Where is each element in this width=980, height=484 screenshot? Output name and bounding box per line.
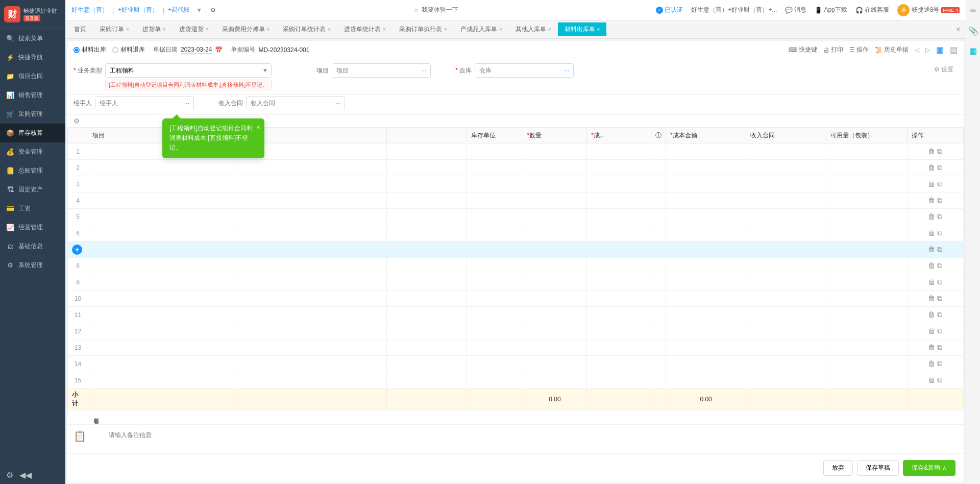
handler-selector[interactable]: ··· <box>95 96 194 110</box>
row-delete-btn[interactable]: 🗑 <box>928 278 935 286</box>
project-dots[interactable]: ··· <box>417 65 430 76</box>
tab-incoming-stats[interactable]: 进货单统计表× <box>337 22 393 36</box>
tab-finished-goods[interactable]: 产成品入库单× <box>454 22 509 36</box>
income-contract-dots[interactable]: ··· <box>331 98 345 109</box>
row-delete-btn[interactable]: 🗑 <box>928 294 935 303</box>
row-copy-btn[interactable]: ⧉ <box>937 229 942 237</box>
tab-material-outbound[interactable]: 材料出库单× <box>558 22 607 36</box>
tab-other-inbound[interactable]: 其他入库单× <box>509 22 558 36</box>
grid-settings-icon[interactable]: ⚙ <box>74 117 80 125</box>
row-delete-btn[interactable]: 🗑 <box>928 245 935 254</box>
shortcut-btn[interactable]: ⌨ 快捷键 <box>789 45 817 54</box>
warehouse-dots[interactable]: ··· <box>560 65 573 76</box>
project-selector[interactable]: ··· <box>332 63 431 78</box>
discard-button[interactable]: 放弃 <box>823 460 853 476</box>
row-delete-btn[interactable]: 🗑 <box>928 212 935 221</box>
view-list-icon[interactable]: ▤ <box>950 45 958 55</box>
business-type-input[interactable] <box>106 64 259 77</box>
row-copy-btn[interactable]: ⧉ <box>937 327 942 335</box>
warehouse-input[interactable] <box>475 64 560 77</box>
cell-input-code[interactable] <box>241 246 382 253</box>
row-copy-btn[interactable]: ⧉ <box>937 294 942 303</box>
sidebar-item-system[interactable]: ⚙ 系统管理 <box>0 256 65 275</box>
sidebar-item-salary[interactable]: 💳 工资 <box>0 199 65 218</box>
income-contract-input[interactable] <box>247 96 331 110</box>
notes-input[interactable] <box>109 429 958 449</box>
row-delete-btn[interactable]: 🗑 <box>928 310 935 319</box>
trial-label[interactable]: 我要体验一下 <box>422 6 458 14</box>
row-delete-btn[interactable]: 🗑 <box>928 343 935 352</box>
right-panel-attach-icon[interactable]: 📎 <box>966 24 981 38</box>
tab-close-purchase-exec[interactable]: × <box>444 27 447 32</box>
row-copy-btn[interactable]: ⧉ <box>937 180 942 188</box>
collapse-icon[interactable]: ◀◀ <box>19 470 32 480</box>
row-delete-btn[interactable]: 🗑 <box>928 147 935 156</box>
row-delete-btn[interactable]: 🗑 <box>928 163 935 172</box>
business-type-arrow[interactable]: ▼ <box>259 67 271 74</box>
tab-close-purchase-fee[interactable]: × <box>267 27 270 32</box>
view-grid-icon[interactable]: ▦ <box>936 45 944 55</box>
row-copy-btn[interactable]: ⧉ <box>937 343 942 352</box>
warehouse-selector[interactable]: ··· <box>475 63 574 78</box>
sidebar-item-inventory[interactable]: 📦 库存核算 <box>0 124 65 142</box>
save-new-button[interactable]: 保存&新增 ∧ <box>903 460 955 476</box>
row-delete-btn[interactable]: 🗑 <box>928 359 935 368</box>
tab-purchase-stats[interactable]: 采购订单统计表× <box>276 22 337 36</box>
sidebar-item-purchase[interactable]: 🛒 采购管理 <box>0 105 65 124</box>
row-delete-btn[interactable]: 🗑 <box>928 180 935 188</box>
tab-incoming[interactable]: 进货单× <box>136 22 173 36</box>
next-nav-icon[interactable]: ▷ <box>925 46 930 54</box>
number-value[interactable]: MD-20230324-001 <box>258 46 309 54</box>
message-btn[interactable]: 💬 消息 <box>785 6 806 14</box>
cell-input-item[interactable] <box>92 246 233 253</box>
add-row-button[interactable]: + <box>72 245 82 255</box>
settings-bottom-icon[interactable]: ⚙ <box>6 470 13 480</box>
income-contract-selector[interactable]: ··· <box>246 96 345 110</box>
tab-close-purchase-order[interactable]: × <box>126 27 129 32</box>
tooltip-close-btn[interactable]: × <box>256 122 260 133</box>
tab-close-incoming-stats[interactable]: × <box>383 27 386 32</box>
tab-close-incoming-return[interactable]: × <box>206 27 209 32</box>
prev-nav-icon[interactable]: ◁ <box>915 46 919 54</box>
date-value[interactable]: 2023-03-24 <box>181 46 212 54</box>
sidebar-item-search[interactable]: 🔍 搜索菜单 <box>0 29 65 48</box>
app-download-btn[interactable]: 📱 App下载 <box>815 6 847 14</box>
tab-purchase-order[interactable]: 采购订单× <box>93 22 136 36</box>
right-panel-table-icon[interactable]: ▦ <box>967 44 979 58</box>
business-type-selector[interactable]: ▼ <box>105 63 272 78</box>
tab-close-purchase-stats[interactable]: × <box>328 27 331 32</box>
sidebar-item-project[interactable]: 📁 项目合同 <box>0 67 65 86</box>
topbar-link-finance[interactable]: +好业财（普） <box>118 6 158 14</box>
tab-home[interactable]: 首页 <box>67 22 93 36</box>
sidebar-item-ops[interactable]: 📈 经营管理 <box>0 218 65 237</box>
tab-close-incoming[interactable]: × <box>163 27 166 32</box>
topbar-settings-icon[interactable]: ⚙ <box>210 7 216 14</box>
form-settings-btn[interactable]: ⚙ 设置 <box>930 63 958 76</box>
sidebar-item-funds[interactable]: 💰 资金管理 <box>0 142 65 161</box>
operation-btn[interactable]: ☰ 操作 <box>849 45 869 54</box>
topbar-user[interactable]: 通 畅捷通8号 MAtE 4 <box>897 4 960 16</box>
tab-close-other-inbound[interactable]: × <box>548 27 551 32</box>
tab-close-finished-goods[interactable]: × <box>499 27 502 32</box>
row-copy-btn[interactable]: ⧉ <box>937 359 942 368</box>
tab-incoming-return[interactable]: 进货退货× <box>173 22 215 36</box>
project-input[interactable] <box>332 64 417 77</box>
right-panel-edit-icon[interactable]: ✏ <box>968 4 978 18</box>
row-copy-btn[interactable]: ⧉ <box>937 245 942 254</box>
sidebar-item-shortcuts[interactable]: ⚡ 快捷导航 <box>0 48 65 67</box>
row-copy-btn[interactable]: ⧉ <box>937 278 942 286</box>
topbar-more-icon[interactable]: ▼ <box>196 7 202 14</box>
online-service-btn[interactable]: 🎧 在线客服 <box>855 6 889 14</box>
handler-input[interactable] <box>95 96 180 110</box>
sidebar-item-sales[interactable]: 📊 销售管理 <box>0 86 65 105</box>
sidebar-item-basic[interactable]: 🗂 基础信息 <box>0 237 65 256</box>
row-delete-btn[interactable]: 🗑 <box>928 229 935 237</box>
save-draft-button[interactable]: 保存草稿 <box>857 460 899 476</box>
handler-dots[interactable]: ··· <box>180 98 193 109</box>
row-delete-btn[interactable]: 🗑 <box>928 196 935 205</box>
row-copy-btn[interactable]: ⧉ <box>937 261 942 270</box>
row-copy-btn[interactable]: ⧉ <box>937 310 942 319</box>
tab-close-material-outbound[interactable]: × <box>597 27 600 32</box>
row-copy-btn[interactable]: ⧉ <box>937 376 942 384</box>
print-btn[interactable]: 🖨 打印 <box>823 45 843 54</box>
